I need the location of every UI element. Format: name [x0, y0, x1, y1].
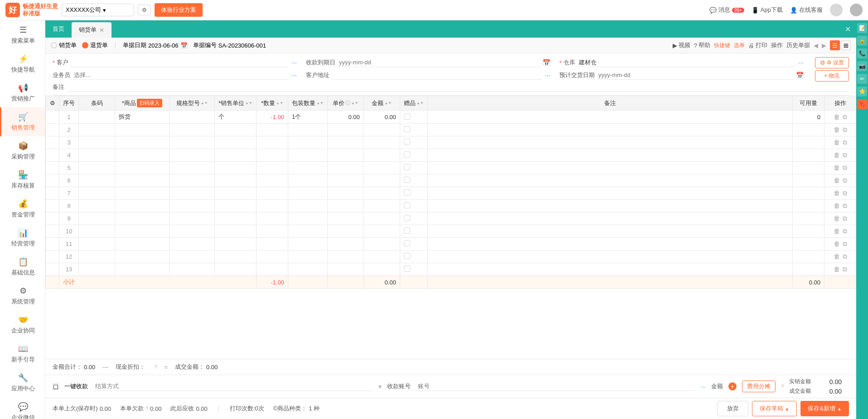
- copy-row-icon-8[interactable]: ⧉: [843, 202, 847, 210]
- tab-sales-order[interactable]: 销货单 ✕: [72, 22, 112, 38]
- video-btn[interactable]: ▶ 视频: [673, 41, 690, 49]
- td-amount-1[interactable]: 0.00: [364, 111, 400, 124]
- settings-action-btn[interactable]: ⚙ ⚙ 设置: [815, 57, 849, 68]
- print-btn[interactable]: 🖨 打印: [748, 41, 767, 49]
- company-select[interactable]: XXXXXX公司 ▾: [62, 4, 134, 16]
- sidebar-item-guide[interactable]: 📖 新手引导: [0, 339, 45, 368]
- sidebar-item-inventory[interactable]: 🏪 库存核算: [0, 165, 45, 194]
- short-info-icon[interactable]: ?: [145, 406, 148, 411]
- trial-btn[interactable]: 体验行业方案: [155, 3, 203, 17]
- sidebar-item-quick-nav[interactable]: ⚡ 快捷导航: [0, 49, 45, 78]
- save-new-btn[interactable]: 保存&新增 ▲: [800, 401, 849, 416]
- delete-row-icon-9[interactable]: 🗑: [834, 215, 840, 222]
- copy-row-icon-12[interactable]: ⧉: [843, 253, 847, 260]
- sidebar-item-search[interactable]: ☰ 搜索菜单: [0, 20, 45, 49]
- help-btn[interactable]: ? 帮助: [694, 41, 710, 49]
- sidebar-item-finance[interactable]: 💰 资金管理: [0, 194, 45, 223]
- sidebar-item-system[interactable]: ⚙ 系统管理: [0, 281, 45, 310]
- copy-row-icon-2[interactable]: ⧉: [843, 126, 847, 134]
- delete-row-icon-2[interactable]: 🗑: [834, 126, 840, 134]
- settings-gear-btn[interactable]: ⚙: [138, 5, 151, 15]
- discount-info-icon[interactable]: ?: [154, 364, 157, 370]
- delete-row-icon-10[interactable]: 🗑: [834, 227, 840, 235]
- delete-row-icon-5[interactable]: 🗑: [834, 164, 840, 172]
- sidebar-item-business[interactable]: 📊 经营管理: [0, 223, 45, 252]
- copy-row-icon-5[interactable]: ⧉: [843, 164, 847, 172]
- right-sidebar-star-btn[interactable]: ⭐: [857, 87, 867, 96]
- delete-row-icon-12[interactable]: 🗑: [834, 253, 840, 260]
- logistics-action-btn[interactable]: + 物流: [815, 70, 849, 82]
- scan-barcode-btn[interactable]: 扫码录入: [137, 99, 162, 107]
- delete-row-icon-6[interactable]: 🗑: [834, 177, 840, 184]
- radio-return-order[interactable]: 退货单: [82, 41, 108, 49]
- copy-row-icon-9[interactable]: ⧉: [843, 215, 847, 222]
- tab-home[interactable]: 首页: [45, 20, 72, 38]
- due-date-calendar-icon[interactable]: 📅: [543, 59, 550, 66]
- right-sidebar-lock-btn[interactable]: 🔒: [857, 36, 867, 46]
- sidebar-item-collab[interactable]: 🤝 企业协同: [0, 310, 45, 339]
- list-view-lines-btn[interactable]: ☰: [830, 40, 840, 50]
- shortcut-btn[interactable]: 快捷键: [714, 42, 730, 49]
- td-spec-1[interactable]: [170, 111, 215, 124]
- settlement-method-caret[interactable]: ▾: [378, 383, 382, 390]
- message-btn[interactable]: 💬 消息 99+: [709, 6, 744, 14]
- nav-next-btn[interactable]: ▶: [822, 42, 826, 49]
- salesperson-dots-btn[interactable]: ···: [291, 72, 297, 79]
- copy-row-icon-7[interactable]: ⧉: [843, 189, 847, 197]
- copy-row-icon-13[interactable]: ⧉: [843, 265, 847, 273]
- right-sidebar-camera-btn[interactable]: 📷: [857, 61, 867, 71]
- sidebar-item-purchase[interactable]: 📦 采购管理: [0, 136, 45, 165]
- sidebar-item-sales[interactable]: 🛒 销售管理: [0, 107, 45, 136]
- delete-row-icon-11[interactable]: 🗑: [834, 240, 840, 248]
- right-sidebar-phone-btn[interactable]: 📞: [857, 48, 867, 58]
- td-remark-1[interactable]: [427, 111, 792, 124]
- discard-btn[interactable]: 放弃: [718, 401, 748, 416]
- warehouse-input[interactable]: [577, 58, 795, 67]
- expense-info-icon[interactable]: ?: [781, 384, 784, 389]
- salesperson-input[interactable]: [72, 71, 289, 80]
- choose-btn[interactable]: 选单: [734, 42, 745, 49]
- customer-dots-btn[interactable]: ···: [291, 59, 297, 66]
- td-price-1[interactable]: 0.00: [327, 111, 364, 124]
- expected-date-calendar-icon[interactable]: 📅: [796, 72, 804, 79]
- right-sidebar-notes-btn[interactable]: 📝: [857, 23, 867, 33]
- copy-row-icon-11[interactable]: ⧉: [843, 240, 847, 248]
- warehouse-dots-btn[interactable]: ···: [798, 59, 804, 66]
- customer-address-input[interactable]: [331, 71, 542, 80]
- expense-split-btn[interactable]: 费用分摊: [742, 380, 776, 392]
- td-qty-1[interactable]: -1.00: [256, 111, 288, 124]
- calendar-icon[interactable]: 📅: [180, 42, 188, 49]
- delete-row-icon-8[interactable]: 🗑: [834, 202, 840, 210]
- delete-row-icon-7[interactable]: 🗑: [834, 189, 840, 197]
- delete-row-icon-1[interactable]: 🗑: [834, 113, 840, 121]
- save-draft-btn[interactable]: 保存草稿 ▲: [752, 401, 797, 416]
- td-packqty-1[interactable]: 1个: [288, 111, 327, 124]
- right-sidebar-edit-btn[interactable]: ✏: [857, 74, 867, 84]
- tab-close-icon[interactable]: ✕: [99, 27, 104, 34]
- delete-row-icon-4[interactable]: 🗑: [834, 151, 840, 159]
- td-unit-1[interactable]: 个: [215, 111, 257, 124]
- account-input[interactable]: [416, 382, 696, 391]
- td-barcode-1[interactable]: [79, 111, 115, 124]
- radio-sales-order[interactable]: 销货单: [51, 41, 77, 49]
- one-click-payment-checkbox[interactable]: ☐: [53, 383, 59, 390]
- online-service-btn[interactable]: 👤 在线客服: [790, 6, 823, 14]
- copy-row-icon-4[interactable]: ⧉: [843, 151, 847, 159]
- list-view-grid-btn[interactable]: ⊞: [841, 40, 851, 50]
- td-gift-1[interactable]: [400, 111, 427, 124]
- dots-btn[interactable]: ···: [701, 383, 706, 390]
- th-settings[interactable]: ⚙: [46, 96, 59, 111]
- copy-row-icon-6[interactable]: ⧉: [843, 177, 847, 184]
- nav-prev-btn[interactable]: ◀: [814, 42, 818, 49]
- sidebar-item-marketing[interactable]: 📢 营销推广: [0, 78, 45, 107]
- copy-row-icon-10[interactable]: ⧉: [843, 227, 847, 235]
- copy-row-icon-1[interactable]: ⧉: [843, 113, 847, 121]
- due-date-input[interactable]: [337, 58, 541, 67]
- delete-row-icon-3[interactable]: 🗑: [834, 139, 840, 146]
- app-download-btn[interactable]: 📱 App下载: [752, 6, 783, 14]
- address-dots-btn[interactable]: ···: [545, 72, 550, 79]
- avatar[interactable]: [830, 4, 843, 16]
- copy-row-icon-3[interactable]: ⧉: [843, 139, 847, 146]
- add-payment-btn[interactable]: +: [728, 382, 737, 390]
- delete-row-icon-13[interactable]: 🗑: [834, 265, 840, 273]
